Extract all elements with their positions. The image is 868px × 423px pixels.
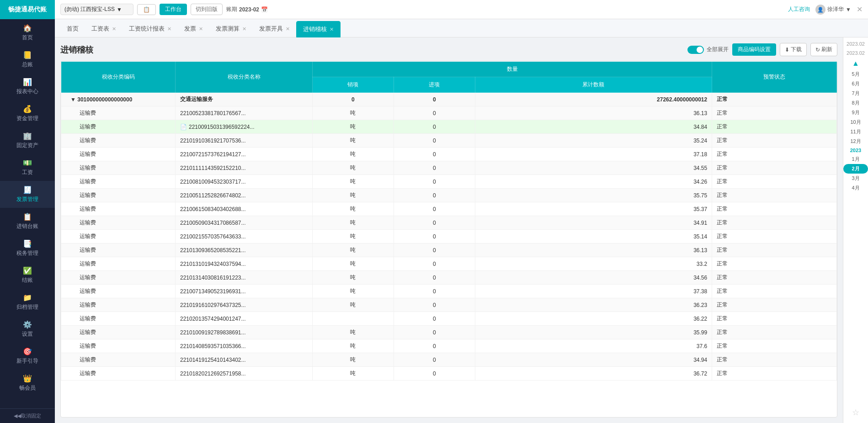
row-invoice-no: 22101309365208535221... <box>176 243 313 257</box>
sidebar-item-invoice[interactable]: 🧾 发票管理 <box>0 181 55 208</box>
tab-invoice-close[interactable]: ✕ <box>199 26 203 32</box>
table-row[interactable]: 运输费 22101111143592152210... 吨 0 34.55 正常 <box>61 161 837 175</box>
company-selector[interactable]: (勿动) 江西报宝-LSS ▼ <box>60 4 133 15</box>
col-quantity-group: 数量 <box>313 62 712 77</box>
year-label-2023-top2: 2023.02 <box>847 48 865 58</box>
month-9[interactable]: 9月 <box>843 108 868 117</box>
month-3[interactable]: 3月 <box>843 174 868 183</box>
month-1[interactable]: 1月 <box>843 154 868 164</box>
row-name: 运输费 <box>61 285 176 298</box>
tab-salary-label: 工资表 <box>91 25 109 33</box>
tab-invoice-open-label: 发票开具 <box>259 25 283 33</box>
sidebar-item-guide[interactable]: 🎯 新手引导 <box>0 343 55 370</box>
table-row[interactable]: 运输费 22102013574294001247... 0 36.22 正常 <box>61 312 837 326</box>
row-status: 正常 <box>712 93 837 106</box>
table-row[interactable]: 运输费 22100615083403402688... 吨 0 35.37 正常 <box>61 202 837 216</box>
tab-invoice-open[interactable]: 发票开具 ✕ <box>253 21 296 37</box>
table-row[interactable]: 运输费 22101916102976437325... 吨 0 36.23 正常 <box>61 298 837 312</box>
app-logo: 畅捷通易代账 <box>0 0 55 19</box>
table-row[interactable]: 运输费 22100810094532303717... 吨 0 34.26 正常 <box>61 175 837 189</box>
row-sales: 0 <box>394 216 475 230</box>
row-status: 正常 <box>712 339 837 353</box>
content-area: 进销稽核 全部展开 商品编码设置 ⬇ 下载 ↻ 刷新 <box>55 37 868 423</box>
table-row[interactable]: 运输费 22101408593571035366... 吨 0 37.6 正常 <box>61 339 837 353</box>
table-row[interactable]: ▼ 301000000000000000 交通运输服务 0 0 27262.40… <box>61 93 837 106</box>
month-8[interactable]: 8月 <box>843 98 868 108</box>
row-code: ▼ 301000000000000000 <box>61 93 176 106</box>
sidebar-item-ledger[interactable]: 📒 总账 <box>0 46 55 73</box>
table-row[interactable]: 运输费 22101009192789838691... 吨 0 35.99 正常 <box>61 326 837 339</box>
table-row[interactable]: 运输费 📄22100915031396592224... 吨 0 34.84 正… <box>61 120 837 134</box>
row-cumulative: 37.18 <box>475 148 712 161</box>
table-row[interactable]: 运输费 22101419125410143402... 吨 0 34.94 正常 <box>61 353 837 367</box>
row-name: 运输费 <box>61 257 176 271</box>
tab-invoice-calc[interactable]: 发票测算 ✕ <box>209 21 253 37</box>
month-11[interactable]: 11月 <box>843 127 868 137</box>
table-row[interactable]: 运输费 22100215570357643633... 吨 0 35.14 正常 <box>61 230 837 243</box>
download-button[interactable]: ⬇ 下载 <box>780 43 807 56</box>
table-row[interactable]: 运输费 22100523381780176567... 吨 0 36.13 正常 <box>61 106 837 120</box>
tab-salary-report-close[interactable]: ✕ <box>167 26 171 32</box>
row-sales: 0 <box>394 339 475 353</box>
copy-button[interactable]: 📋 <box>137 4 156 15</box>
favorite-icon[interactable]: ☆ <box>848 404 863 421</box>
table-row[interactable]: 运输费 22101910361921707536... 吨 0 35.24 正常 <box>61 134 837 148</box>
month-2-active[interactable]: 2月 <box>843 164 868 174</box>
sidebar-item-tax[interactable]: 📑 税务管理 <box>0 235 55 262</box>
sidebar-item-assets[interactable]: 🏢 固定资产 <box>0 127 55 154</box>
table-row[interactable]: 运输费 22101310194324037594... 吨 0 33.2 正常 <box>61 257 837 271</box>
table-row[interactable]: 运输费 22100721573762194127... 吨 0 37.18 正常 <box>61 148 837 161</box>
row-name: 运输费 <box>61 353 176 367</box>
sidebar-item-member[interactable]: 👑 畅会员 <box>0 370 55 397</box>
month-10[interactable]: 10月 <box>843 117 868 127</box>
tab-salary-report[interactable]: 工资统计报表 ✕ <box>122 21 178 37</box>
row-invoice-no: 22100615083403402688... <box>176 202 313 216</box>
user-menu[interactable]: 👤 徐泽华 ▼ <box>815 5 851 15</box>
workspace-button[interactable]: 工作台 <box>160 4 187 15</box>
refresh-button[interactable]: ↻ 刷新 <box>810 43 837 56</box>
month-6[interactable]: 6月 <box>843 79 868 89</box>
sidebar-item-sales[interactable]: 📋 进销台账 <box>0 208 55 235</box>
sidebar-item-archive[interactable]: 📁 归档管理 <box>0 289 55 316</box>
file-icon: 📄 <box>180 124 187 130</box>
table-row[interactable]: 运输费 22101309365208535221... 吨 0 36.13 正常 <box>61 243 837 257</box>
sidebar-item-settle[interactable]: ✅ 结账 <box>0 262 55 289</box>
month-7[interactable]: 7月 <box>843 89 868 98</box>
tab-invoice-calc-close[interactable]: ✕ <box>242 26 246 32</box>
user-chevron-icon: ▼ <box>846 6 851 13</box>
product-code-settings-button[interactable]: 商品编码设置 <box>732 43 776 56</box>
col-tax-name: 税收分类名称 <box>176 62 313 93</box>
sidebar-item-report[interactable]: 📊 报表中心 <box>0 73 55 100</box>
sidebar-item-settings[interactable]: ⚙️ 设置 <box>0 316 55 343</box>
table-row[interactable]: 运输费 22101820212692571958... 吨 0 36.72 正常 <box>61 367 837 381</box>
calendar-icon[interactable]: 📅 <box>261 6 268 13</box>
table-row[interactable]: 运输费 22100509034317086587... 吨 0 34.91 正常 <box>61 216 837 230</box>
close-icon[interactable]: ✕ <box>857 5 863 14</box>
tab-salary[interactable]: 工资表 ✕ <box>85 21 122 37</box>
tab-salary-close[interactable]: ✕ <box>112 26 116 32</box>
unpin-button[interactable]: ◀◀ 取消固定 <box>0 409 55 423</box>
tab-home[interactable]: 首页 <box>60 21 85 37</box>
tab-invoice[interactable]: 发票 ✕ <box>178 21 209 37</box>
table-row[interactable]: 运输费 22101314030816191223... 吨 0 34.56 正常 <box>61 271 837 285</box>
expand-toggle[interactable] <box>687 46 704 54</box>
month-4[interactable]: 4月 <box>843 183 868 193</box>
row-cumulative: 36.23 <box>475 298 712 312</box>
row-cumulative: 35.24 <box>475 134 712 148</box>
sidebar-item-home[interactable]: 🏠 首页 <box>0 19 55 46</box>
row-status: 正常 <box>712 312 837 326</box>
support-link[interactable]: 人工咨询 <box>788 5 810 13</box>
switch-version-button[interactable]: 切到旧版 <box>191 4 223 15</box>
scroll-up-button[interactable]: ▲ <box>850 58 861 69</box>
tab-sales-check-close[interactable]: ✕ <box>330 26 334 32</box>
month-5[interactable]: 5月 <box>843 69 868 79</box>
table-row[interactable]: 运输费 22100713490523196931... 吨 0 37.38 正常 <box>61 285 837 298</box>
sidebar-item-salary[interactable]: 💵 工资 <box>0 154 55 181</box>
month-12[interactable]: 12月 <box>843 137 868 146</box>
sidebar-item-fund[interactable]: 💰 资金管理 <box>0 100 55 127</box>
row-sales: 0 <box>394 285 475 298</box>
tab-invoice-open-close[interactable]: ✕ <box>286 26 290 32</box>
table-row[interactable]: 运输费 22100511252826674802... 吨 0 35.75 正常 <box>61 189 837 202</box>
row-name: 运输费 <box>61 106 176 120</box>
tab-sales-check[interactable]: 进销稽核 ✕ <box>296 21 341 37</box>
